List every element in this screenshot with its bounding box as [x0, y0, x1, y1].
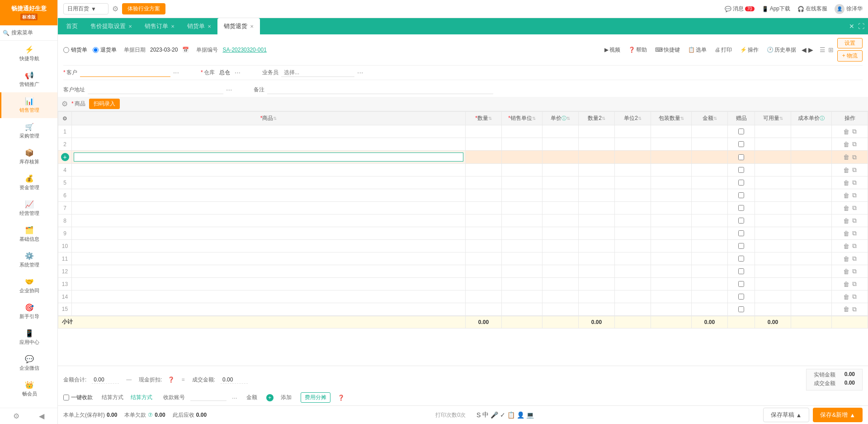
row-unit2[interactable]	[615, 278, 651, 291]
row-quantity[interactable]	[466, 303, 502, 316]
row-amount[interactable]	[692, 202, 728, 214]
row-pack-qty[interactable]	[651, 176, 692, 189]
delete-row-icon[interactable]: 🗑	[843, 179, 849, 186]
row-pack-qty[interactable]	[651, 240, 692, 252]
row-gift[interactable]	[728, 291, 755, 303]
row-unit-price[interactable]	[542, 214, 579, 227]
scan-button[interactable]: 扫码录入	[89, 99, 120, 109]
row-unit2[interactable]	[615, 291, 651, 303]
radio-return-input[interactable]	[93, 47, 99, 53]
col-pack-sort[interactable]: ⇅	[680, 116, 684, 121]
gift-checkbox[interactable]	[738, 141, 744, 147]
delete-row-icon[interactable]: 🗑	[843, 205, 849, 212]
row-sales-unit[interactable]	[502, 227, 542, 240]
row-unit-price[interactable]	[542, 176, 579, 189]
row-qty2-active[interactable]	[579, 151, 615, 164]
sidebar-item-sales[interactable]: 📊 销售管理	[0, 92, 57, 118]
row-sales-unit[interactable]	[502, 138, 542, 151]
row-quantity-active[interactable]	[466, 151, 502, 164]
warehouse-dots[interactable]: ···	[235, 69, 241, 77]
row-unit2[interactable]	[615, 265, 651, 278]
copy-row-icon[interactable]: ⧉	[852, 255, 857, 262]
row-amount[interactable]	[692, 240, 728, 252]
delete-row-icon[interactable]: 🗑	[843, 255, 849, 262]
row-amount[interactable]	[692, 278, 728, 291]
row-unit-price[interactable]	[542, 138, 579, 151]
row-unit-price[interactable]	[542, 189, 579, 202]
row-gift[interactable]	[728, 227, 755, 240]
account-input[interactable]	[190, 394, 226, 401]
row-amount[interactable]	[692, 138, 728, 151]
radio-delivery[interactable]: 销货单	[63, 46, 87, 54]
add-payment-btn[interactable]: +	[266, 394, 274, 401]
row-sales-unit[interactable]	[502, 240, 542, 252]
row-qty2[interactable]	[579, 278, 615, 291]
row-amount[interactable]	[692, 176, 728, 189]
row-sales-unit[interactable]	[502, 202, 542, 214]
one-click-payment[interactable]: 一键收款	[63, 394, 93, 401]
tab-home[interactable]: 首页	[60, 18, 84, 34]
tab-sales-order[interactable]: 销售订单 ✕	[138, 18, 181, 34]
cost-info-icon[interactable]: ⓘ	[820, 115, 825, 121]
row-product[interactable]	[72, 138, 466, 151]
action-help[interactable]: ❓ 帮助	[626, 45, 650, 55]
row-sales-unit[interactable]	[502, 164, 542, 176]
row-quantity[interactable]	[466, 214, 502, 227]
tool-icon-6[interactable]: 👤	[517, 411, 524, 419]
row-product[interactable]	[72, 214, 466, 227]
user-info[interactable]: 👤 徐泽华	[835, 4, 863, 14]
one-click-checkbox[interactable]	[63, 395, 69, 400]
sidebar-item-operation[interactable]: 📈 经营管理	[0, 195, 57, 221]
row-pack-qty[interactable]	[651, 164, 692, 176]
tool-icon-2[interactable]: 中	[482, 411, 489, 419]
row-unit2[interactable]	[615, 252, 651, 265]
row-unit2[interactable]	[615, 164, 651, 176]
row-product[interactable]	[72, 291, 466, 303]
tab-sales-return-close[interactable]: ✕	[250, 24, 254, 29]
row-amount[interactable]	[692, 227, 728, 240]
row-pack-qty[interactable]	[651, 303, 692, 316]
row-qty2[interactable]	[579, 125, 615, 138]
copy-row-icon[interactable]: ⧉	[852, 166, 857, 174]
row-qty2[interactable]	[579, 202, 615, 214]
price-info-icon[interactable]: ⓘ	[561, 115, 566, 121]
gift-checkbox[interactable]	[738, 281, 744, 287]
row-product[interactable]	[72, 265, 466, 278]
row-gift[interactable]	[728, 214, 755, 227]
delete-row-active-icon[interactable]: 🗑	[843, 153, 849, 161]
row-product-active[interactable]	[72, 151, 466, 164]
row-quantity[interactable]	[466, 227, 502, 240]
split-view-icon[interactable]: ⊞	[828, 46, 834, 53]
row-unit-price[interactable]	[542, 240, 579, 252]
copy-row-icon[interactable]: ⧉	[852, 267, 857, 275]
row-amount[interactable]	[692, 125, 728, 138]
customer-dots[interactable]: ···	[173, 69, 179, 77]
row-pack-qty[interactable]	[651, 227, 692, 240]
row-unit-price-active[interactable]	[542, 151, 579, 164]
tab-sales-order-close[interactable]: ✕	[171, 24, 175, 29]
gift-checkbox-active[interactable]	[738, 154, 744, 160]
single-debt-icon[interactable]: ⑦	[148, 412, 153, 418]
sidebar-item-shortcut[interactable]: ⚡ 快捷导航	[0, 41, 57, 67]
online-service-btn[interactable]: 🎧 在线客服	[797, 5, 827, 13]
settings-btn[interactable]: 设置	[837, 38, 863, 48]
tab-sales-delivery[interactable]: 销货单 ✕	[181, 18, 217, 34]
delete-row-icon[interactable]: 🗑	[843, 167, 849, 174]
tool-icon-3[interactable]: 🎤	[491, 411, 498, 419]
col-product-sort[interactable]: ⇅	[273, 116, 277, 121]
action-operate[interactable]: ⚡ 操作	[737, 45, 761, 55]
row-unit-price[interactable]	[542, 303, 579, 316]
copy-row-icon[interactable]: ⧉	[852, 179, 857, 186]
row-product[interactable]	[72, 240, 466, 252]
calendar-icon[interactable]: 📅	[182, 47, 189, 53]
row-unit-price[interactable]	[542, 291, 579, 303]
row-amount[interactable]	[692, 252, 728, 265]
row-unit2[interactable]	[615, 138, 651, 151]
row-pack-qty[interactable]	[651, 189, 692, 202]
logistics-btn[interactable]: + 物流	[837, 50, 863, 62]
row-product[interactable]	[72, 303, 466, 316]
copy-row-icon[interactable]: ⧉	[852, 305, 857, 313]
row-add-btn[interactable]: +	[58, 151, 72, 164]
action-print[interactable]: 🖨 打印	[712, 45, 735, 55]
row-unit-price[interactable]	[542, 164, 579, 176]
